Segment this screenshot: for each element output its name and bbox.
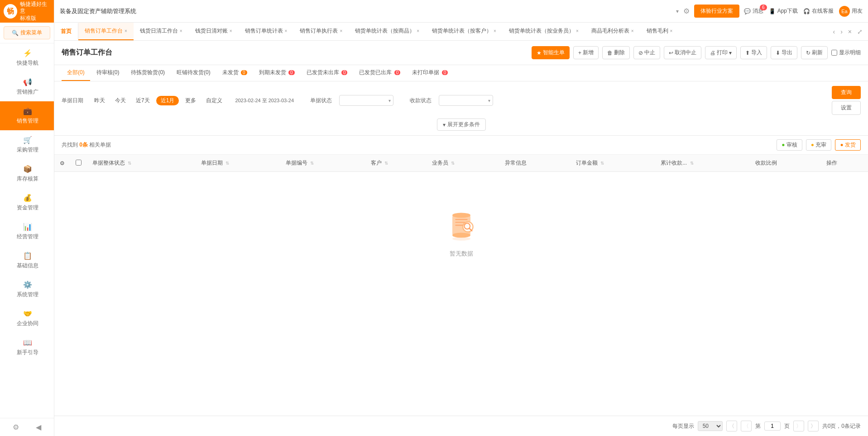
sidebar-item-marketing[interactable]: 📢 营销推广 (0, 72, 54, 101)
sub-tab-shipped-not-out[interactable]: 已发货未出库 0 (301, 65, 353, 81)
cancel-suspend-button[interactable]: ↩ 取消中止 (664, 46, 701, 59)
new-button[interactable]: + 新增 (573, 46, 599, 59)
filter-more-button[interactable]: 更多 (182, 96, 200, 105)
filter-1month-button[interactable]: 近1月 (156, 96, 179, 105)
tabs-maximize-button[interactable]: ⤢ (855, 27, 864, 36)
search-menu-button[interactable]: 🔍 搜索菜单 (4, 26, 50, 39)
filter-yesterday-button[interactable]: 昨天 (91, 96, 109, 105)
status-select[interactable] (339, 95, 393, 106)
sort-date-icon[interactable]: ⇅ (225, 161, 229, 166)
topbar-settings-icon[interactable]: ⚙ (683, 7, 690, 15)
tab-close-sales-order[interactable]: × (125, 28, 127, 33)
sidebar-item-purchase[interactable]: 🛒 采购管理 (0, 130, 54, 159)
export-button[interactable]: ⬇ 导出 (771, 46, 797, 59)
tab-close-sales-by-product[interactable]: × (417, 28, 419, 33)
first-page-button[interactable]: 《 (726, 421, 737, 431)
prev-page-button[interactable]: 〈 (741, 421, 752, 431)
filter-custom-button[interactable]: 自定义 (202, 96, 226, 105)
tabs-scroll-right-button[interactable]: › (839, 27, 844, 36)
tab-close-product-profit[interactable]: × (631, 28, 634, 33)
tab-sales-order[interactable]: 销售订单工作台 × (78, 23, 134, 40)
svg-rect-4 (455, 219, 467, 220)
sub-tab-overdue-not-shipped[interactable]: 到期未发货 0 (254, 65, 300, 81)
messages-button[interactable]: 💬 消息 6 (744, 7, 763, 15)
refresh-button[interactable]: ↻ 刷新 (801, 46, 828, 59)
tab-close-sales-by-customer[interactable]: × (494, 28, 496, 33)
suspend-button[interactable]: ⊘ 中止 (633, 46, 660, 59)
sidebar-item-inventory[interactable]: 📦 库存核算 (0, 159, 54, 188)
expand-arrow-icon[interactable]: ▾ (676, 8, 679, 14)
sort-number-icon[interactable]: ⇅ (310, 161, 314, 166)
tabs-close-all-button[interactable]: × (846, 27, 854, 36)
sub-tab-not-printed[interactable]: 未打印单据 0 (407, 65, 453, 81)
show-detail-checkbox[interactable] (831, 50, 837, 56)
filter-settings-button[interactable]: 设置 (832, 101, 861, 115)
tab-sales-by-product[interactable]: 销货单统计表（按商品） × (349, 23, 426, 40)
sub-tab-shipped-out[interactable]: 已发货已出库 0 (354, 65, 406, 81)
ship-button[interactable]: ● 发货 (835, 139, 861, 151)
select-all-checkbox[interactable] (76, 160, 82, 166)
app-download-button[interactable]: 📱 App下载 (769, 7, 798, 15)
query-button[interactable]: 查询 (832, 86, 861, 99)
smart-create-button[interactable]: ★ 智能生单 (532, 46, 570, 59)
tab-sales-profit[interactable]: 销售毛利 × (640, 23, 679, 40)
sort-salesperson-icon[interactable]: ⇅ (451, 161, 455, 166)
tab-close-cash-reconcile[interactable]: × (230, 28, 232, 33)
last-page-button[interactable]: 》 (808, 421, 819, 431)
user-menu-button[interactable]: Ea 用友 (839, 6, 863, 17)
industry-solution-button[interactable]: 体验行业方案 (694, 5, 739, 18)
column-settings-icon[interactable]: ⚙ (60, 160, 65, 166)
tab-sales-by-staff[interactable]: 销货单统计表（按业务员） × (503, 23, 585, 40)
cancel-review-button[interactable]: ● 充审 (806, 139, 832, 151)
footer-settings-button[interactable]: ⚙ (13, 423, 19, 431)
sidebar-item-enterprise[interactable]: 🤝 企业协同 (0, 304, 54, 333)
sidebar-item-guide[interactable]: 📖 新手引导 (0, 333, 54, 362)
import-button[interactable]: ⬆ 导入 (740, 46, 767, 59)
filter-today-button[interactable]: 今天 (111, 96, 129, 105)
tabs-scroll-left-button[interactable]: ‹ (831, 27, 837, 36)
megaphone-icon: 📢 (23, 78, 32, 86)
delete-button[interactable]: 🗑 删除 (602, 46, 630, 59)
tab-close-sales-profit[interactable]: × (670, 28, 673, 33)
sidebar-item-quick-nav[interactable]: ⚡ 快捷导航 (0, 43, 54, 72)
filter-7days-button[interactable]: 近7天 (132, 96, 153, 105)
expand-more-conditions-button[interactable]: ▾ 展开更多条件 (437, 118, 486, 131)
payment-select[interactable] (439, 95, 493, 106)
page-number-input[interactable] (764, 422, 781, 431)
tab-cash-daily[interactable]: 钱货日清工作台 × (134, 23, 189, 40)
sort-status-icon[interactable]: ⇅ (128, 161, 131, 166)
sub-tab-not-shipped[interactable]: 未发货 0 (217, 65, 253, 81)
tab-close-cash-daily[interactable]: × (180, 28, 182, 33)
sidebar-item-sales[interactable]: 💼 销售管理 (0, 101, 54, 130)
sidebar-item-system[interactable]: ⚙️ 系统管理 (0, 275, 54, 304)
tab-sales-by-customer[interactable]: 销货单统计表（按客户） × (426, 23, 503, 40)
tab-close-sales-by-staff[interactable]: × (576, 28, 579, 33)
page-size-select[interactable]: 10 20 50 100 (698, 421, 723, 431)
messages-badge: 6 (760, 5, 767, 10)
tab-sales-stat[interactable]: 销售订单统计表 × (239, 23, 294, 40)
sidebar-item-operations[interactable]: 📊 经营管理 (0, 217, 54, 246)
status-filter-label: 单据状态 (310, 97, 332, 104)
show-detail-checkbox-label[interactable]: 显示明细 (831, 49, 861, 57)
tab-sales-exec[interactable]: 销售订单执行表 × (293, 23, 349, 40)
sort-amount-icon[interactable]: ⇅ (600, 161, 604, 166)
sub-tab-all[interactable]: 全部(0) (62, 65, 90, 81)
footer-collapse-button[interactable]: ◀ (36, 423, 41, 431)
sort-collected-icon[interactable]: ⇅ (690, 161, 694, 166)
sub-tab-wangpu-pending[interactable]: 旺铺待发货(0) (171, 65, 216, 81)
tab-product-profit[interactable]: 商品毛利分析表 × (585, 23, 640, 40)
print-button[interactable]: 🖨 打印 ▾ (705, 46, 737, 59)
tab-home[interactable]: 首页 (54, 23, 78, 40)
sub-tab-pending-review[interactable]: 待审核(0) (91, 65, 125, 81)
tab-cash-reconcile[interactable]: 钱货日清对账 × (189, 23, 239, 40)
tab-close-sales-stat[interactable]: × (285, 28, 288, 33)
next-page-button[interactable]: 〉 (793, 421, 804, 431)
sidebar-item-basic-info[interactable]: 📋 基础信息 (0, 246, 54, 275)
tab-close-sales-exec[interactable]: × (340, 28, 342, 33)
review-button[interactable]: ● 审核 (777, 139, 802, 151)
sort-customer-icon[interactable]: ⇅ (384, 161, 388, 166)
online-service-button[interactable]: 🎧 在线客服 (803, 7, 834, 15)
sub-tab-pending-inspection[interactable]: 待拣货验货(0) (125, 65, 170, 81)
sidebar-item-finance[interactable]: 💰 资金管理 (0, 188, 54, 217)
filter-area: 单据日期 昨天 今天 近7天 近1月 更多 自定义 2023-02-24 至 2… (54, 81, 868, 136)
